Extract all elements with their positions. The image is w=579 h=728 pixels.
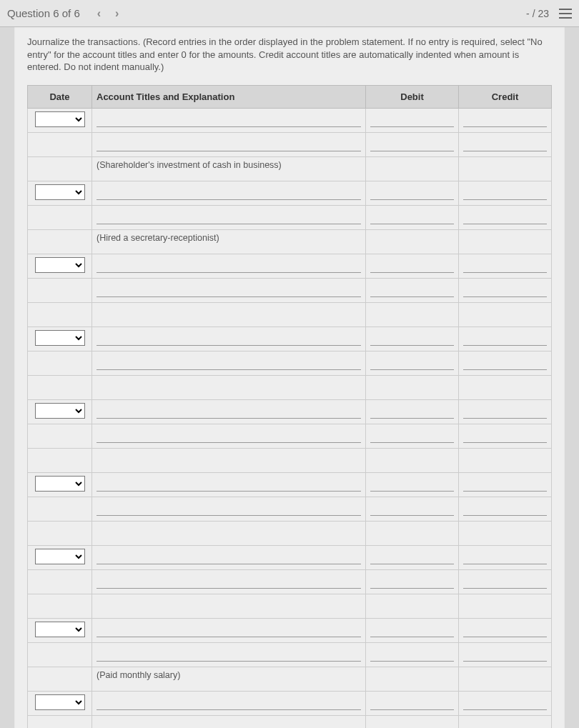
debit-input[interactable] xyxy=(370,281,454,297)
date-select[interactable] xyxy=(35,403,85,419)
date-select[interactable] xyxy=(35,694,85,710)
debit-input[interactable] xyxy=(370,209,454,224)
prev-question-button[interactable]: ‹ xyxy=(90,7,108,20)
account-input[interactable] xyxy=(96,646,361,662)
account-input[interactable] xyxy=(96,281,361,297)
debit-input[interactable] xyxy=(370,184,454,200)
credit-input[interactable] xyxy=(463,354,547,370)
debit-input[interactable] xyxy=(370,622,454,637)
col-debit: Debit xyxy=(366,85,459,108)
debit-input[interactable] xyxy=(370,573,454,589)
journal-table: Date Account Titles and Explanation Debi… xyxy=(27,85,552,728)
account-input[interactable] xyxy=(96,427,361,443)
debit-input[interactable] xyxy=(370,476,454,492)
account-input[interactable] xyxy=(96,500,361,516)
account-input[interactable] xyxy=(96,111,361,127)
explanation-text: (Shareholder's investment of cash in bus… xyxy=(92,156,366,181)
account-input[interactable] xyxy=(96,354,361,370)
account-input[interactable] xyxy=(96,549,361,564)
explanation-text: (Paid monthly salary) xyxy=(92,667,366,691)
account-input[interactable] xyxy=(96,209,361,224)
account-input[interactable] xyxy=(96,622,361,637)
account-input[interactable] xyxy=(96,330,361,346)
credit-input[interactable] xyxy=(463,646,547,662)
date-select[interactable] xyxy=(35,476,85,492)
credit-input[interactable] xyxy=(463,257,547,273)
debit-input[interactable] xyxy=(370,111,454,127)
col-date: Date xyxy=(28,85,92,108)
account-input[interactable] xyxy=(96,719,361,728)
question-label: Question 6 of 6 xyxy=(7,7,80,19)
credit-input[interactable] xyxy=(463,694,547,710)
credit-input[interactable] xyxy=(463,573,547,589)
debit-input[interactable] xyxy=(370,549,454,564)
next-question-button[interactable]: › xyxy=(108,7,126,20)
debit-input[interactable] xyxy=(370,694,454,710)
credit-input[interactable] xyxy=(463,209,547,224)
credit-input[interactable] xyxy=(463,719,547,728)
debit-input[interactable] xyxy=(370,646,454,662)
col-credit: Credit xyxy=(459,85,552,108)
col-account: Account Titles and Explanation xyxy=(92,85,366,108)
credit-input[interactable] xyxy=(463,427,547,443)
debit-input[interactable] xyxy=(370,330,454,346)
credit-input[interactable] xyxy=(463,500,547,516)
date-select[interactable] xyxy=(35,184,85,200)
debit-input[interactable] xyxy=(370,719,454,728)
account-input[interactable] xyxy=(96,184,361,200)
credit-input[interactable] xyxy=(463,403,547,419)
instructions: Journalize the transactions. (Record ent… xyxy=(27,36,552,74)
credit-input[interactable] xyxy=(463,136,547,151)
date-select[interactable] xyxy=(35,111,85,127)
instructions-lead: Journalize the transactions. xyxy=(27,36,143,47)
debit-input[interactable] xyxy=(370,257,454,273)
debit-input[interactable] xyxy=(370,136,454,151)
account-input[interactable] xyxy=(96,136,361,151)
menu-icon[interactable] xyxy=(559,9,572,19)
account-input[interactable] xyxy=(96,476,361,492)
debit-input[interactable] xyxy=(370,354,454,370)
date-select[interactable] xyxy=(35,257,85,273)
credit-input[interactable] xyxy=(463,476,547,492)
debit-input[interactable] xyxy=(370,500,454,516)
credit-input[interactable] xyxy=(463,330,547,346)
explanation-text: (Hired a secretary-receptionist) xyxy=(92,229,366,254)
credit-input[interactable] xyxy=(463,281,547,297)
credit-input[interactable] xyxy=(463,549,547,564)
date-select[interactable] xyxy=(35,549,85,564)
credit-input[interactable] xyxy=(463,622,547,637)
debit-input[interactable] xyxy=(370,403,454,419)
debit-input[interactable] xyxy=(370,427,454,443)
account-input[interactable] xyxy=(96,694,361,710)
question-page: Journalize the transactions. (Record ent… xyxy=(14,27,565,728)
account-input[interactable] xyxy=(96,573,361,589)
credit-input[interactable] xyxy=(463,111,547,127)
account-input[interactable] xyxy=(96,257,361,273)
date-select[interactable] xyxy=(35,622,85,637)
topbar: Question 6 of 6 ‹ › - / 23 xyxy=(0,0,579,27)
date-select[interactable] xyxy=(35,330,85,346)
score-display: - / 23 xyxy=(526,8,549,19)
account-input[interactable] xyxy=(96,403,361,419)
credit-input[interactable] xyxy=(463,184,547,200)
